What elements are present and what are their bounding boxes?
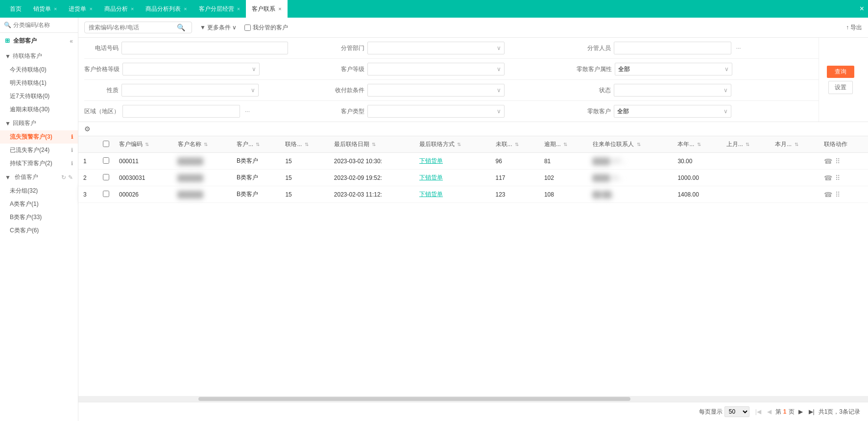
- nav-sales[interactable]: 销货单 ×: [27, 0, 63, 18]
- search-input-wrap: 🔍: [84, 22, 192, 33]
- sidebar-item-tomorrow-pending[interactable]: 明天待联络(1): [0, 76, 78, 90]
- more-action-icon[interactable]: ⠿: [835, 157, 840, 165]
- contact-action-icon[interactable]: ☎: [824, 174, 832, 182]
- nav-purchase[interactable]: 进货单 ×: [63, 0, 98, 18]
- settings-button[interactable]: 设置: [828, 81, 853, 94]
- sidebar-item-churned[interactable]: 已流失客户(24) ℹ: [0, 144, 78, 157]
- search-input[interactable]: [89, 24, 177, 31]
- collapse-icon[interactable]: «: [70, 38, 73, 45]
- close-icon[interactable]: ×: [131, 6, 134, 12]
- col-this-year[interactable]: 本年... ⇅: [673, 136, 721, 153]
- export-button[interactable]: ↑ 导出: [846, 24, 862, 32]
- sidebar-item-churn-warning[interactable]: 流失预警客户(3) ℹ: [0, 130, 78, 144]
- cell-checkbox: [98, 170, 114, 186]
- retail-attr-select[interactable]: 全部 ∨: [615, 63, 732, 75]
- last-page-button[interactable]: ▶|: [807, 407, 817, 416]
- col-level[interactable]: 客户... ⇅: [232, 136, 280, 153]
- sidebar-item-class-a[interactable]: A类客户(1): [0, 198, 78, 211]
- col-last-month[interactable]: 上月... ⇅: [722, 136, 770, 153]
- cell-no-contact: 96: [491, 153, 539, 170]
- row-checkbox[interactable]: [103, 191, 109, 197]
- col-last-method[interactable]: 最后联络方式 ⇅: [414, 136, 490, 153]
- more-filters-button[interactable]: ▼ 更多条件 ∨: [196, 22, 241, 33]
- nature-select[interactable]: ∨: [121, 84, 259, 97]
- sidebar-item-ungrouped[interactable]: 未分组(32): [0, 184, 78, 198]
- col-contact[interactable]: 联络... ⇅: [280, 136, 329, 153]
- more-button[interactable]: ···: [243, 108, 252, 115]
- last-method-link[interactable]: 下销货单: [419, 174, 443, 181]
- chevron-down-icon: ∨: [723, 87, 728, 94]
- cell-this-year: 1000.00: [673, 170, 721, 186]
- col-contact-person[interactable]: 往来单位联系人 ⇅: [588, 136, 673, 153]
- nav-customer-contact[interactable]: 客户联系 ×: [246, 0, 287, 18]
- prev-page-button[interactable]: ◀: [765, 407, 773, 416]
- sidebar-item-today-pending[interactable]: 今天待联络(0): [0, 63, 78, 76]
- select-all-checkbox[interactable]: [103, 141, 109, 147]
- col-checkbox: [98, 136, 114, 153]
- nav-analysis[interactable]: 商品分析 ×: [98, 0, 140, 18]
- close-icon[interactable]: ×: [54, 6, 57, 12]
- customer-type-select[interactable]: ∨: [367, 105, 505, 118]
- last-method-link[interactable]: 下销货单: [419, 191, 443, 198]
- first-page-button[interactable]: |◀: [753, 407, 763, 416]
- nav-analysis-list[interactable]: 商品分析列表 ×: [140, 0, 193, 18]
- row-checkbox[interactable]: [103, 157, 109, 164]
- retail-select[interactable]: 全部 ∨: [614, 105, 731, 118]
- my-customer-checkbox-wrap[interactable]: 我分管的客户: [244, 24, 288, 32]
- sidebar-item-class-b[interactable]: B类客户(33): [0, 211, 78, 224]
- region-input[interactable]: [122, 105, 240, 118]
- close-icon[interactable]: ×: [184, 6, 187, 12]
- col-no-contact[interactable]: 未联... ⇅: [491, 136, 539, 153]
- search-button[interactable]: 🔍: [177, 24, 185, 31]
- query-button[interactable]: 查询: [827, 66, 854, 78]
- close-icon[interactable]: ×: [89, 6, 92, 12]
- close-icon[interactable]: ×: [278, 6, 281, 12]
- col-code[interactable]: 客户编码 ⇅: [114, 136, 173, 153]
- sidebar-item-declining[interactable]: 持续下滑客户(2) ℹ: [0, 157, 78, 170]
- contact-action-icon[interactable]: ☎: [824, 157, 832, 165]
- close-icon[interactable]: ×: [237, 6, 240, 12]
- chevron-down-icon: ∨: [497, 108, 501, 115]
- col-name[interactable]: 客户名称 ⇅: [173, 136, 232, 153]
- table-area: ⚙ 客户编码 ⇅: [78, 122, 868, 421]
- sidebar-group-churn[interactable]: ▼ 回顾客户: [0, 116, 78, 130]
- gear-icon[interactable]: ⚙: [84, 125, 91, 133]
- page-size-select[interactable]: 50 100 200: [724, 406, 749, 417]
- cell-this-month: [770, 153, 819, 170]
- nav-home[interactable]: 首页: [4, 0, 27, 18]
- close-all-button[interactable]: ×: [860, 4, 864, 13]
- my-customer-checkbox[interactable]: [244, 25, 251, 31]
- sidebar-item-class-c[interactable]: C类客户(6): [0, 224, 78, 237]
- col-this-month[interactable]: 本月... ⇅: [770, 136, 819, 153]
- last-method-link[interactable]: 下销货单: [419, 157, 443, 164]
- sidebar-item-overdue[interactable]: 逾期未联络(30): [0, 103, 78, 116]
- more-action-icon[interactable]: ⠿: [835, 174, 840, 182]
- sidebar-item-week-pending[interactable]: 近7天待联络(0): [0, 90, 78, 103]
- edit-icon[interactable]: ✎: [68, 174, 73, 181]
- col-overdue[interactable]: 逾期... ⇅: [539, 136, 588, 153]
- more-action-icon[interactable]: ⠿: [835, 191, 840, 198]
- dept-select[interactable]: ∨: [367, 42, 505, 54]
- refresh-icon[interactable]: ↻: [61, 174, 66, 181]
- next-page-button[interactable]: ▶: [796, 407, 805, 416]
- phone-input[interactable]: [121, 42, 288, 54]
- cell-last-method: 下销货单: [414, 186, 490, 203]
- col-last-date[interactable]: 最后联络日期 ⇅: [329, 136, 414, 153]
- horizontal-scrollbar[interactable]: [78, 396, 868, 402]
- contact-action-icon[interactable]: ☎: [824, 191, 832, 198]
- all-customers-item[interactable]: ⊞ 全部客户 «: [0, 33, 78, 49]
- sidebar-group-value[interactable]: ▼ 价值客户 ↻ ✎: [0, 170, 78, 184]
- status-select[interactable]: ∨: [614, 84, 731, 97]
- more-button[interactable]: ···: [734, 45, 743, 51]
- nav-customer-layer[interactable]: 客户分层经营 ×: [193, 0, 246, 18]
- current-page-number: 1: [783, 408, 787, 415]
- person-input[interactable]: [614, 42, 731, 54]
- sidebar-search-input[interactable]: [13, 22, 74, 28]
- table-scroll-container[interactable]: 客户编码 ⇅ 客户名称 ⇅ 客户... ⇅: [78, 136, 868, 396]
- row-checkbox[interactable]: [103, 174, 109, 180]
- sidebar-group-pending-contact[interactable]: ▼ 待联络客户: [0, 49, 78, 63]
- price-level-select[interactable]: ∨: [122, 63, 260, 75]
- payment-select[interactable]: ∨: [367, 84, 505, 97]
- cell-this-year: 1408.00: [673, 186, 721, 203]
- customer-level-select[interactable]: ∨: [367, 63, 505, 75]
